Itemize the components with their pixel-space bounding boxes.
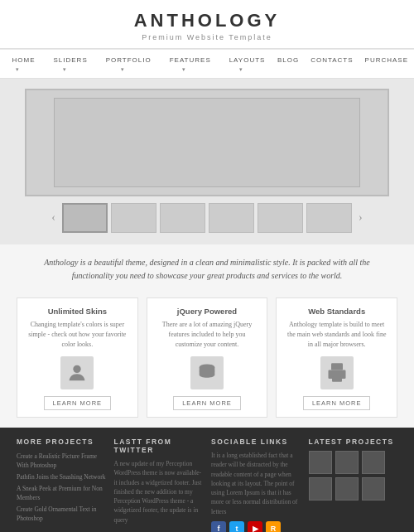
database-icon [195, 361, 219, 384]
feature-desc-1: There are a lot of amazing jQuery featur… [156, 320, 259, 350]
footer-col-latest-title: LATEST PROJECTS [309, 438, 398, 446]
thumb-2[interactable] [111, 203, 156, 233]
thumb-6[interactable] [306, 203, 352, 233]
footer-project-links: Create a Realistic Picture Frame With Ph… [17, 451, 106, 522]
footer-link-1[interactable]: Pathfin Joins the Snashing Network [17, 473, 106, 481]
learn-more-btn-0[interactable]: LEARN MORE [44, 396, 112, 410]
nav-features-arrow: ▾ [182, 66, 186, 72]
nav-layouts[interactable]: LAYOUTS ▾ [224, 54, 266, 75]
feature-title-2: Web Standards [285, 307, 388, 316]
nav-portfolio-arrow: ▾ [121, 66, 125, 72]
feature-desc-2: Anthology template is build to meet the … [285, 320, 388, 350]
footer-link-0[interactable]: Create a Realistic Picture Frame With Ph… [17, 452, 97, 469]
feature-card-2: Web Standards Anthology template is buil… [276, 297, 397, 418]
thumbnail-nav: ‹ › [25, 196, 389, 236]
footer-col-twitter: LASTT FROM TWITTER A new update of my Pe… [114, 438, 204, 532]
printer-icon [325, 361, 349, 384]
thumb-3[interactable] [160, 203, 205, 233]
nav-home[interactable]: HOME ▾ [7, 54, 36, 75]
tagline-section: Anthology is a beautiful theme, designed… [0, 244, 414, 291]
nav-purchase[interactable]: PURCHASE [359, 54, 414, 66]
footer-social-text: It is a long established fact that a rea… [211, 451, 301, 516]
thumb-1[interactable] [62, 203, 108, 233]
hero-area: ‹ › [0, 79, 414, 244]
nav-features[interactable]: FEATURES ▾ [164, 54, 211, 75]
latest-thumb-2[interactable] [335, 451, 359, 474]
feature-icon-0 [60, 356, 94, 389]
feature-title-1: jQuery Powered [156, 307, 259, 316]
main-nav: HOME ▾ SLIDERS ▾ PORTFOLIO ▾ FEATURES ▾ … [0, 49, 414, 79]
thumb-4[interactable] [209, 203, 254, 233]
nav-contacts[interactable]: CONTACTS [305, 54, 359, 66]
footer-col-projects-title: MORE PROJECTS [17, 438, 106, 446]
nav-sliders[interactable]: SLIDERS ▾ [48, 54, 88, 75]
feature-title-0: Unlimited Skins [26, 307, 129, 316]
footer: MORE PROJECTS Create a Realistic Picture… [0, 428, 414, 532]
person-icon [65, 361, 89, 384]
footer-twitter-text: A new update of my Perception WordPress … [114, 459, 204, 525]
latest-thumb-6[interactable] [362, 477, 385, 501]
feature-card-1: jQuery Powered There are a lot of amazin… [147, 297, 268, 418]
site-subtitle: Premium Website Template [0, 33, 414, 41]
nav-portfolio[interactable]: PORTFOLIO ▾ [100, 54, 152, 75]
svg-point-0 [74, 365, 81, 373]
feature-card-0: Unlimited Skins Changing template's colo… [17, 297, 138, 418]
feature-icon-1 [190, 356, 224, 389]
latest-thumb-4[interactable] [309, 477, 332, 501]
site-title: AnthOLOGY [0, 10, 414, 31]
footer-link-2[interactable]: A Sneak Peek at Premium for Non Members [17, 485, 103, 501]
latest-thumb-5[interactable] [335, 477, 359, 501]
footer-col-projects: MORE PROJECTS Create a Realistic Picture… [17, 438, 106, 532]
svg-rect-3 [332, 377, 342, 382]
nav-layouts-arrow: ▾ [239, 66, 243, 72]
facebook-icon[interactable]: f [211, 521, 226, 532]
latest-thumb-1[interactable] [309, 451, 332, 474]
hero-slider [25, 89, 389, 196]
footer-col-social-title: SOCIABLE LINKS [211, 438, 301, 446]
latest-project-thumbs [309, 451, 398, 501]
footer-col-social: SOCIABLE LINKS It is a long established … [211, 438, 301, 532]
nav-blog[interactable]: BLOG [272, 54, 305, 66]
hero-slide [54, 98, 361, 186]
svg-rect-2 [331, 363, 343, 370]
learn-more-btn-2[interactable]: LEARN MORE [303, 396, 371, 410]
rss-icon[interactable]: R [266, 521, 281, 532]
tagline-text: Anthology is a beautiful theme, designed… [25, 256, 389, 283]
features-section: Unlimited Skins Changing template's colo… [0, 291, 414, 428]
nav-sliders-arrow: ▾ [63, 66, 67, 72]
next-arrow[interactable]: › [355, 211, 366, 225]
social-icons-group: f t ▶ R [211, 521, 301, 532]
footer-col-latest: LATEST PROJECTS [309, 438, 398, 532]
twitter-icon[interactable]: t [229, 521, 244, 532]
footer-link-3[interactable]: Create Gold Ornamental Text in Photoshop [17, 505, 96, 522]
latest-thumb-3[interactable] [362, 451, 385, 474]
thumb-5[interactable] [258, 203, 303, 233]
learn-more-btn-1[interactable]: LEARN MORE [173, 396, 241, 410]
prev-arrow[interactable]: ‹ [48, 211, 59, 225]
feature-desc-0: Changing template's colors is super simp… [26, 320, 129, 350]
feature-icon-2 [320, 356, 354, 389]
footer-col-twitter-title: LASTT FROM TWITTER [114, 438, 204, 454]
youtube-icon[interactable]: ▶ [248, 521, 262, 532]
header: AnthOLOGY Premium Website Template [0, 0, 414, 49]
nav-home-arrow: ▾ [16, 66, 20, 72]
